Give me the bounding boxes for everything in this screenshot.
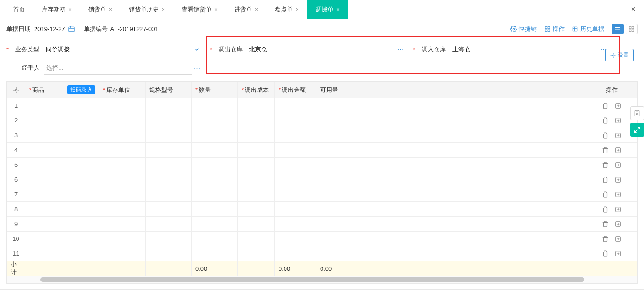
- cell-product[interactable]: [25, 128, 99, 143]
- close-icon[interactable]: ×: [255, 6, 258, 13]
- cell-unit[interactable]: [99, 217, 146, 232]
- in-warehouse-input[interactable]: [450, 43, 599, 56]
- cell-available[interactable]: [316, 98, 358, 113]
- delete-row-icon[interactable]: [602, 236, 608, 242]
- tab-purchase[interactable]: 进货单×: [226, 0, 267, 19]
- cell-out-amount[interactable]: [275, 172, 316, 187]
- close-icon[interactable]: ×: [214, 6, 218, 13]
- settings-button[interactable]: 设置: [605, 49, 634, 61]
- add-row-icon[interactable]: [615, 103, 621, 109]
- chevron-down-icon[interactable]: [193, 46, 200, 53]
- shortcut-link[interactable]: 快捷键: [510, 25, 537, 33]
- cell-available[interactable]: [316, 202, 358, 217]
- delete-row-icon[interactable]: [602, 132, 608, 139]
- expand-button[interactable]: [630, 123, 644, 137]
- close-icon[interactable]: ×: [336, 6, 340, 13]
- cell-out-amount[interactable]: [275, 202, 316, 217]
- cell-qty[interactable]: [192, 217, 238, 232]
- cell-available[interactable]: [316, 143, 358, 158]
- cell-spec[interactable]: [146, 128, 192, 143]
- delete-row-icon[interactable]: [602, 221, 608, 227]
- cell-qty[interactable]: [192, 232, 238, 246]
- cell-out-amount[interactable]: [275, 232, 316, 246]
- cell-qty[interactable]: [192, 246, 238, 261]
- cell-available[interactable]: [316, 113, 358, 128]
- cell-product[interactable]: [25, 172, 99, 187]
- tab-view-sales[interactable]: 查看销货单×: [173, 0, 226, 19]
- scan-input-badge[interactable]: 扫码录入: [67, 85, 95, 94]
- cell-out-cost[interactable]: [238, 98, 275, 113]
- add-row-icon[interactable]: [615, 236, 621, 242]
- cell-available[interactable]: [316, 172, 358, 187]
- cell-spec[interactable]: [146, 172, 192, 187]
- cell-qty[interactable]: [192, 172, 238, 187]
- close-icon[interactable]: ×: [162, 6, 165, 13]
- cell-product[interactable]: [25, 187, 99, 202]
- handler-input[interactable]: [44, 61, 192, 75]
- cell-qty[interactable]: [192, 98, 238, 113]
- add-row-icon[interactable]: [615, 132, 621, 139]
- close-icon[interactable]: ×: [296, 6, 299, 13]
- column-settings-button[interactable]: [7, 82, 25, 98]
- cell-unit[interactable]: [99, 172, 146, 187]
- cell-unit[interactable]: [99, 98, 146, 113]
- add-row-icon[interactable]: [615, 147, 621, 153]
- cell-unit[interactable]: [99, 232, 146, 246]
- add-row-icon[interactable]: [615, 250, 621, 257]
- add-row-icon[interactable]: [615, 162, 621, 168]
- view-grid-button[interactable]: [626, 24, 638, 34]
- cell-product[interactable]: [25, 232, 99, 246]
- cell-out-cost[interactable]: [238, 187, 275, 202]
- cell-out-cost[interactable]: [238, 246, 275, 261]
- calendar-icon[interactable]: [68, 25, 75, 33]
- cell-qty[interactable]: [192, 202, 238, 217]
- add-row-icon[interactable]: [615, 191, 621, 198]
- add-row-icon[interactable]: [615, 117, 621, 124]
- delete-row-icon[interactable]: [602, 147, 608, 153]
- history-link[interactable]: 历史单据: [572, 25, 604, 33]
- tab-stocktake[interactable]: 盘点单×: [267, 0, 307, 19]
- cell-unit[interactable]: [99, 187, 146, 202]
- add-row-icon[interactable]: [615, 221, 621, 227]
- cell-spec[interactable]: [146, 143, 192, 158]
- tab-transfer[interactable]: 调拨单×: [307, 0, 348, 19]
- cell-qty[interactable]: [192, 113, 238, 128]
- cell-spec[interactable]: [146, 113, 192, 128]
- cell-out-amount[interactable]: [275, 128, 316, 143]
- cell-spec[interactable]: [146, 217, 192, 232]
- cell-unit[interactable]: [99, 113, 146, 128]
- cell-qty[interactable]: [192, 128, 238, 143]
- delete-row-icon[interactable]: [602, 177, 608, 183]
- add-row-icon[interactable]: [615, 177, 621, 183]
- cell-available[interactable]: [316, 217, 358, 232]
- cell-out-cost[interactable]: [238, 232, 275, 246]
- more-icon[interactable]: ⋯: [194, 65, 200, 72]
- cell-product[interactable]: [25, 113, 99, 128]
- add-row-icon[interactable]: [615, 206, 621, 213]
- cell-out-cost[interactable]: [238, 143, 275, 158]
- cell-product[interactable]: [25, 246, 99, 261]
- note-button[interactable]: [630, 106, 644, 120]
- cell-out-cost[interactable]: [238, 217, 275, 232]
- cell-unit[interactable]: [99, 128, 146, 143]
- cell-unit[interactable]: [99, 143, 146, 158]
- cell-out-cost[interactable]: [238, 128, 275, 143]
- delete-row-icon[interactable]: [602, 250, 608, 257]
- tab-sales-history[interactable]: 销货单历史×: [121, 0, 173, 19]
- out-warehouse-input[interactable]: [247, 43, 395, 56]
- cell-available[interactable]: [316, 128, 358, 143]
- cell-out-amount[interactable]: [275, 113, 316, 128]
- cell-available[interactable]: [316, 187, 358, 202]
- cell-qty[interactable]: [192, 143, 238, 158]
- cell-out-cost[interactable]: [238, 172, 275, 187]
- cell-out-amount[interactable]: [275, 158, 316, 172]
- cell-spec[interactable]: [146, 202, 192, 217]
- tab-sales-order[interactable]: 销货单×: [80, 0, 121, 19]
- delete-row-icon[interactable]: [602, 103, 608, 109]
- delete-row-icon[interactable]: [602, 191, 608, 198]
- cell-product[interactable]: [25, 158, 99, 172]
- tab-inventory-init[interactable]: 库存期初×: [33, 0, 80, 19]
- cell-spec[interactable]: [146, 232, 192, 246]
- date-value[interactable]: 2019-12-27: [34, 25, 65, 32]
- close-icon[interactable]: ×: [109, 6, 112, 13]
